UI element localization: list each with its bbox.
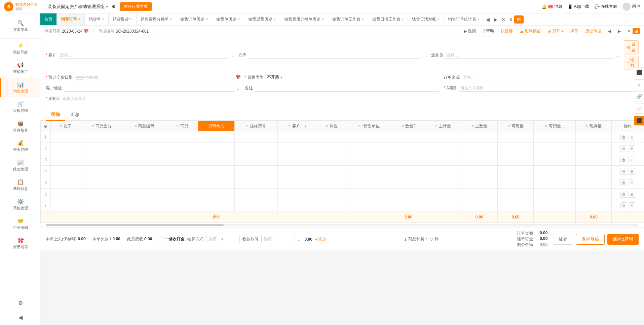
cell-available[interactable] (497, 154, 534, 166)
row-copy-btn[interactable]: ⊕ (629, 191, 635, 198)
tab-cash-reconcile[interactable]: 钱货日清对账 × (408, 13, 444, 26)
sidebar-item-system[interactable]: ⚙️ 系统管理 (0, 195, 40, 214)
cell-available[interactable] (497, 131, 534, 143)
cell-stock[interactable] (575, 154, 612, 166)
cell-attribute[interactable] (317, 166, 346, 177)
cell-customer-code[interactable] (278, 154, 317, 166)
customer-address-input[interactable] (64, 85, 235, 92)
cell-sales-unit[interactable] (346, 154, 392, 166)
float-btn-1[interactable]: ⬛ (634, 67, 644, 77)
cell-customer-code[interactable] (278, 189, 317, 200)
sidebar-item-purchase[interactable]: 🛒 采购管理 (0, 97, 40, 117)
tab-close-icon[interactable]: × (206, 17, 208, 21)
user-item[interactable]: 用户 (622, 3, 640, 11)
cell-available[interactable] (497, 143, 534, 154)
row-copy-btn[interactable]: ⊕ (629, 134, 635, 140)
cell-product-code[interactable] (123, 131, 166, 143)
tab-close-icon[interactable]: × (478, 17, 480, 21)
cell-main-unit[interactable] (425, 189, 461, 200)
cell-available[interactable] (497, 200, 534, 211)
tab-home[interactable]: 首页 (40, 13, 57, 26)
cell-stock[interactable] (575, 200, 612, 211)
sidebar-item-basic-info[interactable]: 📋 基础信息 (0, 175, 40, 195)
sidebar-item-sales[interactable]: 📊 销售管理 (0, 78, 40, 97)
cell-sales-unit[interactable] (346, 166, 392, 177)
cell-available2[interactable] (534, 177, 575, 189)
payment-method-select[interactable]: 选择... ▾ (206, 235, 240, 243)
sidebar-item-inventory[interactable]: 📦 库存核算 (0, 117, 40, 136)
row-delete-btn[interactable]: 🗑 (620, 134, 627, 140)
cell-product-img[interactable] (80, 131, 123, 143)
save-new-button[interactable]: 保存&新增 (607, 234, 639, 245)
tab-sales-return[interactable]: 销货单 × (85, 13, 109, 26)
cell-product-code[interactable] (123, 177, 166, 189)
next-record-btn[interactable]: ▶ (616, 28, 623, 34)
discard-button[interactable]: 放弃 (553, 234, 573, 245)
cell-main-unit[interactable] (425, 200, 461, 211)
delivery-date-input[interactable] (75, 74, 234, 81)
cell-main-qty[interactable] (461, 166, 498, 177)
list-view-btn[interactable]: ≡ (626, 28, 632, 34)
cell-spec[interactable] (235, 189, 278, 200)
float-btn-2[interactable]: ☆ (634, 79, 644, 89)
tab-cash-daily[interactable]: 钱货日清工作台 × (368, 13, 408, 26)
cell-main-unit[interactable] (425, 131, 461, 143)
cell-scan[interactable] (198, 200, 235, 211)
sidebar-collapse-btn[interactable]: ◀ (0, 311, 40, 325)
cell-main-qty[interactable] (461, 200, 498, 211)
cell-product-code[interactable] (123, 166, 166, 177)
prev-record-btn[interactable]: ◀ (606, 28, 613, 34)
cell-product-img[interactable] (80, 200, 123, 211)
row-delete-btn[interactable]: 🗑 (620, 179, 627, 186)
save-draft-button[interactable]: 保存草稿 (576, 234, 605, 245)
cell-stock[interactable] (575, 166, 612, 177)
th-scan[interactable]: 扫码录入 (198, 121, 235, 131)
sidebar-item-enterprise[interactable]: 🤝 企业协同 (0, 214, 40, 234)
cell-warehouse[interactable] (51, 200, 80, 211)
cell-stock[interactable] (575, 143, 612, 154)
cell-available[interactable] (497, 177, 534, 189)
gear-icon[interactable]: ⚙ (44, 124, 47, 129)
cell-spec[interactable] (235, 177, 278, 189)
cell-warehouse[interactable] (51, 143, 80, 154)
sidebar-item-guide[interactable]: 🎯 新手引导 (0, 234, 40, 253)
chevron-down-icon[interactable]: ▾ (106, 4, 108, 9)
tab-prev-btn[interactable]: ◀ (484, 17, 492, 22)
cell-product-img[interactable] (80, 189, 123, 200)
cell-qty2[interactable] (392, 200, 425, 211)
calendar-icon-2[interactable]: 📅 (236, 75, 241, 80)
tab-sales-order[interactable]: 销售订单 × (57, 13, 85, 26)
cell-customer-code[interactable] (278, 200, 317, 211)
tab-sales-stats[interactable]: 销售订单统计表 × (444, 13, 484, 26)
cell-product-code[interactable] (123, 154, 166, 166)
a-project-input[interactable] (459, 85, 639, 92)
cell-warehouse[interactable] (51, 131, 80, 143)
cell-main-qty[interactable] (461, 189, 498, 200)
one-click-settle-checkbox[interactable]: 一键收订金 (159, 236, 185, 242)
sidebar-item-search[interactable]: 🔍 搜索菜单 (3, 16, 37, 36)
cell-main-unit[interactable] (425, 154, 461, 166)
staff-dots-btn[interactable]: … (616, 53, 620, 57)
cell-warehouse[interactable] (51, 166, 80, 177)
profit-btn[interactable]: ☁ 毛利预估 (518, 28, 543, 35)
row-copy-btn[interactable]: ⊕ (629, 168, 635, 175)
row-delete-btn[interactable]: 🗑 (620, 145, 627, 152)
operations-btn[interactable]: 操作 (568, 28, 580, 35)
tab-close-icon[interactable]: × (438, 17, 440, 21)
cell-product[interactable] (166, 200, 198, 211)
cell-customer-code[interactable] (278, 166, 317, 177)
cell-scan[interactable] (198, 143, 235, 154)
cell-stock[interactable] (575, 177, 612, 189)
row-copy-btn[interactable]: ⊕ (629, 202, 635, 209)
tab-close-icon[interactable]: × (402, 17, 404, 21)
dots-icon[interactable]: … (298, 237, 302, 242)
tab-sales-return-history[interactable]: 销货单历史 × (212, 13, 244, 26)
row-copy-btn[interactable]: ⊕ (629, 145, 635, 152)
notification-item[interactable]: 🔔 8 消息 (542, 4, 562, 9)
tab-close-icon[interactable]: × (274, 17, 276, 21)
cell-product[interactable] (166, 189, 198, 200)
tab-summary[interactable]: 汇总 (65, 109, 85, 121)
cell-available[interactable] (497, 166, 534, 177)
settings-icon[interactable]: ⚙ (112, 4, 116, 9)
cell-main-unit[interactable] (425, 166, 461, 177)
